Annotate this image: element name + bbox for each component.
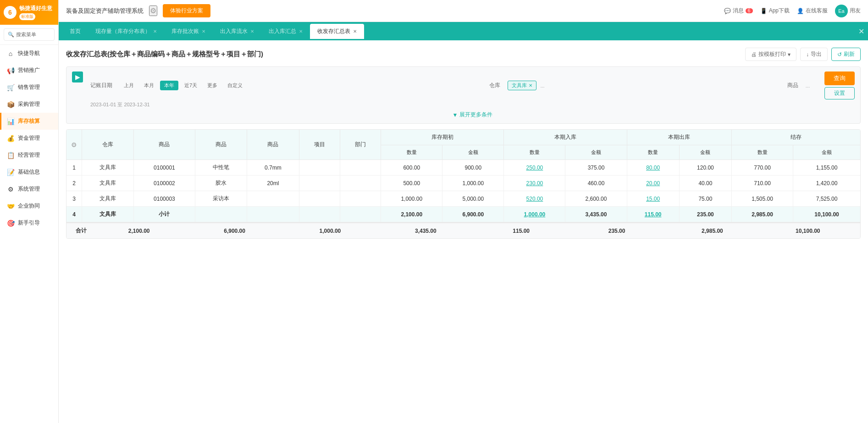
finance-icon: 💰 [7, 135, 14, 142]
sidebar-item-operations[interactable]: 📋 经营管理 [0, 147, 58, 164]
tab-inventory-distribution[interactable]: 现存量（库存分布表） ✕ [88, 24, 164, 39]
app-logo: 6 [4, 6, 17, 19]
date-more-btn[interactable]: 更多 [203, 81, 221, 90]
topbar-right: 💬 消息 6 📱 App下载 👤 在线客服 Ea 用友 [724, 5, 861, 17]
row-balance-amt: 7,525.00 [793, 191, 860, 207]
sidebar-item-sales[interactable]: 🛒 销售管理 [0, 79, 58, 96]
tab-close-icon[interactable]: ✕ [250, 29, 254, 34]
filter-toggle-button[interactable]: ▶ [72, 71, 83, 82]
warehouse-more[interactable]: ... [540, 83, 544, 88]
expand-conditions-button[interactable]: ▼ 展开更多条件 [453, 111, 493, 119]
page-header: 收发存汇总表(按仓库＋商品编码＋商品＋规格型号＋项目＋部门) 🖨 按模板打印 ▾… [66, 48, 861, 61]
sidebar-item-enterprise[interactable]: 🤝 企业协同 [0, 198, 58, 214]
subtotal-in-qty: 1,000.00 [504, 207, 565, 222]
experience-button[interactable]: 体验行业方案 [163, 4, 210, 17]
date-range-display: 2023-01-01 至 2023-12-31 [90, 101, 855, 108]
in-qty-link[interactable]: 520.00 [526, 196, 543, 202]
table-body: 1 文具库 0100001 中性笔 0.7mm 600.00 900.00 25… [66, 160, 860, 222]
print-icon: 🖨 [751, 51, 757, 58]
out-qty-link[interactable]: 20.00 [646, 180, 660, 187]
date-7days-btn[interactable]: 近7天 [180, 81, 201, 90]
subtotal-out-qty-link[interactable]: 115.00 [645, 211, 662, 218]
in-qty-link[interactable]: 230.00 [526, 180, 543, 187]
date-custom-btn[interactable]: 自定义 [223, 81, 247, 90]
sidebar-item-newbie[interactable]: 🎯 新手引导 [0, 214, 58, 231]
row-no: 2 [66, 176, 82, 191]
row-goods-spec [247, 191, 299, 207]
refresh-button[interactable]: ↺ 刷新 [831, 48, 861, 61]
newbie-icon: 🎯 [7, 220, 14, 227]
row-opening-amt: 900.00 [442, 160, 504, 176]
tab-batch-account[interactable]: 库存批次账 ✕ [164, 24, 213, 39]
warehouse-tag-close[interactable]: ✕ [529, 83, 532, 88]
subtotal-in-qty-link[interactable]: 1,000.00 [524, 211, 546, 218]
filter-bar: ▶ 记账日期 上月 本月 本年 近7天 更多 自定义 [66, 66, 861, 124]
sidebar-item-system[interactable]: ⚙ 系统管理 [0, 181, 58, 198]
subtotal-label: 小计 [133, 207, 195, 222]
tab-summary[interactable]: 出入库汇总 ✕ [261, 24, 310, 39]
row-opening-qty: 600.00 [381, 160, 442, 176]
system-title: 装备及固定资产辅助管理系统 [66, 7, 144, 15]
query-button[interactable]: 查询 [824, 71, 855, 85]
row-balance-amt: 1,420.00 [793, 176, 860, 191]
out-qty-link[interactable]: 15.00 [646, 196, 660, 202]
row-in-amt: 460.00 [565, 176, 627, 191]
app-download-button[interactable]: 📱 App下载 [760, 7, 790, 15]
user-menu-button[interactable]: Ea 用友 [835, 5, 861, 17]
th-goods-spec: 商品 [247, 130, 299, 160]
in-qty-link[interactable]: 250.00 [526, 165, 543, 171]
row-goods-code: 0100003 [133, 191, 195, 207]
sidebar: 6 畅捷通好生意 标准版 🔍 搜索菜单 ⌂ 快捷导航 📢 营销推广 🛒 销售管理… [0, 0, 59, 423]
search-menu-button[interactable]: 🔍 搜索菜单 [4, 28, 55, 41]
online-service-button[interactable]: 👤 在线客服 [797, 7, 828, 15]
row-out-amt: 40.00 [679, 176, 731, 191]
tab-close-icon[interactable]: ✕ [353, 29, 357, 34]
goods-filter: ... [806, 83, 810, 88]
expand-icon: ▼ [453, 112, 458, 118]
settings-gear-button[interactable]: ⚙ [149, 5, 157, 16]
export-button[interactable]: ↓ 导出 [800, 48, 828, 61]
sidebar-item-inventory[interactable]: 📊 库存核算 [0, 113, 58, 130]
subtotal-out-qty: 115.00 [627, 207, 679, 222]
th-in-group: 本期入库 [504, 130, 627, 145]
goods-more[interactable]: ... [806, 83, 810, 88]
print-button[interactable]: 🖨 按模板打印 ▾ [745, 48, 796, 61]
table-header-group: ⚙ 仓库 商品 商品 商品 [66, 130, 860, 145]
refresh-icon: ↺ [837, 51, 842, 58]
close-all-tabs-button[interactable]: ✕ [858, 27, 864, 36]
column-settings-button[interactable]: ⚙ [71, 141, 77, 148]
tab-receive-send-summary[interactable]: 收发存汇总表 ✕ [310, 24, 364, 39]
main-content: 装备及固定资产辅助管理系统 ⚙ 体验行业方案 💬 消息 6 📱 App下载 👤 … [59, 0, 868, 423]
sidebar-item-finance[interactable]: 💰 资金管理 [0, 130, 58, 147]
data-table-container: ⚙ 仓库 商品 商品 商品 [66, 129, 861, 239]
sidebar-item-marketing[interactable]: 📢 营销推广 [0, 62, 58, 79]
th-balance-amt: 金额 [793, 145, 860, 160]
th-balance-group: 结存 [732, 130, 860, 145]
date-this-year-btn[interactable]: 本年 [160, 81, 178, 90]
tab-flow[interactable]: 出入库流水 ✕ [213, 24, 261, 39]
sidebar-item-quick-nav[interactable]: ⌂ 快捷导航 [0, 45, 58, 62]
filter-expand-area: ▼ 展开更多条件 [90, 111, 855, 119]
tab-close-icon[interactable]: ✕ [299, 29, 303, 34]
tab-home[interactable]: 首页 [62, 24, 88, 39]
download-icon: 📱 [760, 8, 767, 14]
th-out-group: 本期出库 [627, 130, 732, 145]
quick-nav-icon: ⌂ [7, 50, 14, 57]
row-department [340, 191, 381, 207]
chevron-down-icon: ▾ [788, 51, 791, 58]
tab-close-icon[interactable]: ✕ [202, 29, 205, 34]
row-in-amt: 2,600.00 [565, 191, 627, 207]
th-opening-qty: 数量 [381, 145, 442, 160]
goods-filter-label: 商品 [787, 82, 798, 89]
out-qty-link[interactable]: 80.00 [646, 165, 660, 171]
sidebar-item-basic[interactable]: 📝 基础信息 [0, 164, 58, 181]
th-balance-qty: 数量 [732, 145, 793, 160]
date-last-month-btn[interactable]: 上月 [120, 81, 138, 90]
message-button[interactable]: 💬 消息 6 [724, 7, 753, 15]
filter-setting-button[interactable]: 设置 [824, 87, 855, 99]
row-goods-spec: 0.7mm [247, 160, 299, 176]
tab-close-icon[interactable]: ✕ [153, 29, 157, 34]
sidebar-item-purchase[interactable]: 📦 采购管理 [0, 96, 58, 113]
date-this-month-btn[interactable]: 本月 [140, 81, 158, 90]
row-out-amt: 75.00 [679, 191, 731, 207]
